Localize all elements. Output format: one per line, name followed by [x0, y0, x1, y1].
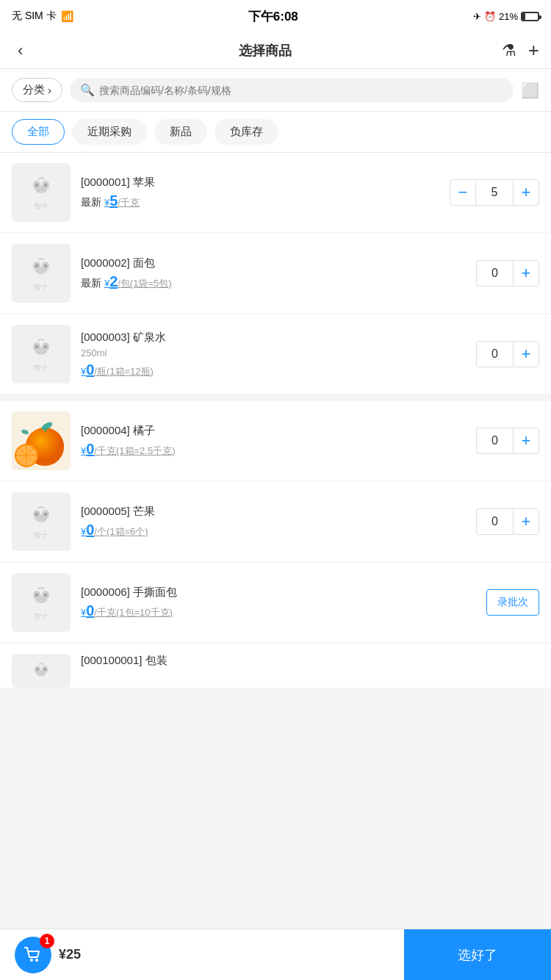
- svg-point-46: [35, 596, 47, 603]
- svg-point-53: [36, 670, 46, 676]
- product-info-0000001: [0000001] 苹果 最新 ¥5/千克: [81, 176, 439, 209]
- tab-all[interactable]: 全部: [12, 119, 65, 145]
- tab-new[interactable]: 新品: [154, 119, 207, 145]
- svg-point-4: [36, 184, 38, 187]
- cart-total: ¥25: [59, 947, 81, 962]
- price-prefix: 最新: [81, 277, 104, 289]
- qty-control-0000005: 0 +: [476, 508, 539, 535]
- category-label: 分类: [23, 83, 45, 97]
- svg-point-38: [45, 514, 47, 516]
- product-item-0000002: 智十 [0000002] 面包 最新 ¥2/包(1袋=5包) 0 +: [0, 234, 551, 313]
- brand-label: 智十: [34, 611, 48, 621]
- status-right: ✈ ⏰ 21%: [473, 11, 539, 22]
- qty-plus-button[interactable]: +: [513, 341, 539, 367]
- qty-plus-button[interactable]: +: [513, 260, 539, 287]
- product-price: 最新 ¥5/千克: [81, 192, 439, 209]
- price-unit: /包(1袋=5包): [118, 278, 171, 289]
- location-icon: ✈: [473, 11, 481, 22]
- search-bar[interactable]: 🔍: [70, 78, 514, 102]
- filter-icon[interactable]: ⚗: [502, 41, 516, 60]
- cart-section: 1 ¥25: [0, 937, 404, 973]
- back-button[interactable]: ‹: [12, 35, 29, 66]
- product-item-0000006: 智十 [0000006] 手撕面包 ¥0/千克(1包=10千克) 录批次: [0, 563, 551, 642]
- product-price: 最新 ¥2/包(1袋=5包): [81, 273, 466, 290]
- product-price: ¥0/千克(1包=10千克): [81, 602, 476, 619]
- product-name: [000100001] 包装: [81, 654, 539, 668]
- svg-point-54: [30, 959, 33, 962]
- product-thumb-0000006: 智十: [12, 573, 71, 632]
- product-item-0000005: 智十 [0000005] 芒果 ¥0/个(1箱=6个) 0 +: [0, 482, 551, 561]
- scan-icon[interactable]: ⬜: [521, 82, 539, 99]
- qty-minus-button[interactable]: −: [450, 179, 476, 206]
- qty-plus-button[interactable]: +: [513, 508, 539, 535]
- batch-button[interactable]: 录批次: [486, 589, 539, 616]
- product-info-0000003: [0000003] 矿泉水 250ml ¥0/瓶(1箱=12瓶): [81, 331, 466, 378]
- product-price: ¥0/千克(1箱=2.5千克): [81, 441, 466, 458]
- product-name: [0000001] 苹果: [81, 176, 439, 190]
- qty-display: 0: [476, 508, 513, 535]
- category-button[interactable]: 分类 ›: [12, 78, 62, 102]
- carrier-text: 无 SIM 卡: [12, 10, 57, 23]
- product-item-000100001: [000100001] 包装: [0, 644, 551, 688]
- cart-icon-button[interactable]: 1: [15, 937, 51, 973]
- svg-point-39: [35, 515, 47, 522]
- search-input[interactable]: [99, 84, 503, 96]
- brand-label: 智十: [34, 363, 48, 373]
- product-info-0000004: [0000004] 橘子 ¥0/千克(1箱=2.5千克): [81, 424, 466, 458]
- wifi-icon: 📶: [61, 10, 73, 22]
- product-thumb-0000002: 智十: [12, 244, 71, 303]
- orange-image: [12, 411, 71, 470]
- qty-display: 0: [476, 428, 513, 454]
- owl-logo-icon: [30, 660, 52, 682]
- svg-point-5: [45, 184, 47, 187]
- qty-control-0000001: − +: [450, 179, 539, 206]
- tab-recent[interactable]: 近期采购: [72, 119, 147, 145]
- nav-bar: ‹ 选择商品 ⚗ +: [0, 32, 551, 69]
- owl-logo-icon: [28, 583, 54, 610]
- product-info-0000002: [0000002] 面包 最新 ¥2/包(1袋=5包): [81, 256, 466, 290]
- product-price: ¥0/瓶(1箱=12瓶): [81, 361, 466, 378]
- battery-icon: [521, 12, 539, 21]
- product-name: [0000002] 面包: [81, 256, 466, 270]
- status-time: 下午6:08: [248, 8, 298, 25]
- product-item-0000001: 智十 [0000001] 苹果 最新 ¥5/千克 − +: [0, 153, 551, 232]
- product-thumb-0000005: 智十: [12, 492, 71, 551]
- brand-label: 智十: [34, 530, 48, 541]
- product-name: [0000004] 橘子: [81, 424, 466, 438]
- svg-point-12: [45, 265, 47, 267]
- bottom-bar: 1 ¥25 选好了: [0, 929, 551, 980]
- category-chevron-icon: ›: [48, 84, 51, 96]
- product-spec: 250ml: [81, 347, 466, 359]
- product-thumb-0000004: [12, 411, 71, 470]
- qty-plus-button[interactable]: +: [513, 179, 539, 206]
- product-info-0000005: [0000005] 芒果 ¥0/个(1箱=6个): [81, 505, 466, 538]
- price-unit: /千克(1包=10千克): [94, 607, 173, 618]
- price-value: 0: [86, 441, 94, 457]
- cart-icon: [24, 945, 43, 965]
- product-thumb-0000001: 智十: [12, 163, 71, 222]
- product-price: ¥0/个(1箱=6个): [81, 522, 466, 538]
- cart-badge: 1: [40, 934, 54, 948]
- svg-point-6: [35, 186, 47, 193]
- product-name: [0000006] 手撕面包: [81, 586, 476, 599]
- qty-plus-button[interactable]: +: [513, 428, 539, 454]
- tab-negative[interactable]: 负库存: [215, 119, 278, 145]
- qty-control-0000004: 0 +: [476, 428, 539, 454]
- owl-logo-icon: [28, 502, 54, 529]
- confirm-button[interactable]: 选好了: [404, 929, 551, 981]
- svg-point-55: [35, 959, 38, 962]
- battery-text: 21%: [499, 11, 518, 22]
- svg-point-45: [45, 594, 47, 597]
- qty-display: 0: [476, 341, 513, 367]
- svg-point-13: [35, 267, 47, 274]
- product-list: 智十 [0000001] 苹果 最新 ¥5/千克 − +: [0, 153, 551, 748]
- qty-display: 0: [476, 260, 513, 287]
- add-icon[interactable]: +: [528, 39, 539, 62]
- svg-point-37: [36, 514, 38, 516]
- price-value: 5: [109, 192, 118, 209]
- price-unit: /个(1箱=6个): [94, 526, 148, 537]
- tab-bar: 全部 近期采购 新品 负库存: [0, 112, 551, 153]
- price-unit: /瓶(1箱=12瓶): [94, 366, 154, 377]
- product-info-0000006: [0000006] 手撕面包 ¥0/千克(1包=10千克): [81, 586, 476, 619]
- qty-input[interactable]: [476, 179, 513, 206]
